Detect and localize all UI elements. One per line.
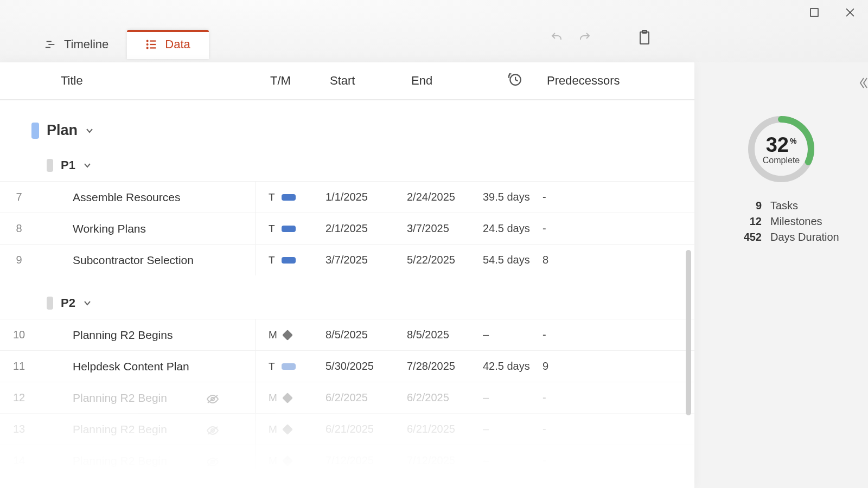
row-title[interactable]: Working Plans bbox=[38, 222, 255, 235]
row-tm[interactable]: M bbox=[255, 319, 326, 350]
column-duration-icon[interactable] bbox=[503, 72, 522, 89]
group-p2[interactable]: P2 bbox=[0, 291, 694, 314]
data-grid-panel: Title T/M Start End Predecessors Plan P1… bbox=[0, 62, 694, 488]
row-end[interactable]: 5/22/2025 bbox=[407, 254, 483, 266]
row-tm[interactable]: T bbox=[255, 245, 326, 275]
tab-data[interactable]: Data bbox=[127, 30, 208, 59]
tab-data-label: Data bbox=[165, 37, 190, 52]
row-tm[interactable]: T bbox=[255, 351, 326, 382]
scrollbar-thumb[interactable] bbox=[686, 250, 691, 415]
row-title[interactable]: Planning R2 Begin bbox=[38, 391, 255, 404]
row-duration[interactable]: – bbox=[483, 454, 542, 467]
table-row[interactable]: 12 Planning R2 Begin M 6/2/2025 6/2/2025… bbox=[0, 382, 694, 413]
table-row[interactable]: 10 Planning R2 Begins M 8/5/2025 8/5/202… bbox=[0, 319, 694, 350]
undo-button[interactable] bbox=[547, 28, 566, 47]
row-start[interactable]: 6/2/2025 bbox=[326, 391, 407, 404]
milestone-icon bbox=[282, 393, 293, 403]
row-start[interactable]: 3/7/2025 bbox=[326, 254, 407, 266]
row-predecessors[interactable]: - bbox=[542, 191, 640, 203]
column-title[interactable]: Title bbox=[38, 74, 255, 88]
group-plan-label: Plan bbox=[47, 122, 78, 139]
column-end[interactable]: End bbox=[407, 74, 483, 88]
row-end[interactable]: 3/7/2025 bbox=[407, 222, 483, 235]
row-start[interactable]: 6/21/2025 bbox=[326, 423, 407, 435]
row-number: 10 bbox=[0, 329, 38, 341]
hidden-icon bbox=[206, 457, 219, 466]
row-predecessors[interactable]: - bbox=[542, 454, 640, 467]
chevron-down-icon bbox=[83, 299, 92, 307]
group-color-chip bbox=[47, 297, 53, 310]
row-duration[interactable]: 54.5 days bbox=[483, 254, 542, 266]
group-color-chip bbox=[31, 123, 39, 139]
row-title[interactable]: Planning R2 Begin bbox=[38, 423, 255, 436]
row-start[interactable]: 8/5/2025 bbox=[326, 329, 407, 341]
summary-sidebar: 32% Complete 9 Tasks 12 Milestones 452 D… bbox=[711, 114, 852, 243]
column-start[interactable]: Start bbox=[326, 74, 407, 88]
row-predecessors[interactable]: - bbox=[542, 391, 640, 404]
row-end[interactable]: 6/21/2025 bbox=[407, 423, 483, 435]
row-predecessors[interactable]: 9 bbox=[542, 360, 640, 373]
table-row[interactable]: 14 Planning R2 Begin M 7/12/2025 7/12/20… bbox=[0, 445, 694, 476]
timeline-icon bbox=[44, 38, 56, 50]
view-tabs: Timeline Data bbox=[26, 30, 209, 59]
table-row[interactable]: 9 Subcontractor Selection T 3/7/2025 5/2… bbox=[0, 244, 694, 275]
column-predecessors[interactable]: Predecessors bbox=[542, 74, 640, 88]
row-duration[interactable]: 42.5 days bbox=[483, 360, 542, 373]
table-row[interactable]: 11 Helpdesk Content Plan T 5/30/2025 7/2… bbox=[0, 350, 694, 382]
row-title[interactable]: Subcontractor Selection bbox=[38, 254, 255, 267]
table-row[interactable]: 7 Assemble Resources T 1/1/2025 2/24/202… bbox=[0, 181, 694, 213]
row-start[interactable]: 1/1/2025 bbox=[326, 191, 407, 203]
chevron-down-icon bbox=[85, 126, 94, 135]
close-button[interactable] bbox=[843, 5, 857, 20]
row-end[interactable]: 7/12/2025 bbox=[407, 454, 483, 467]
row-predecessors[interactable]: - bbox=[542, 329, 640, 341]
row-title[interactable]: Helpdesk Content Plan bbox=[38, 360, 255, 373]
row-end[interactable]: 8/5/2025 bbox=[407, 329, 483, 341]
row-duration[interactable]: – bbox=[483, 391, 542, 404]
clipboard-button[interactable] bbox=[635, 28, 654, 47]
row-title[interactable]: Planning R2 Begins bbox=[38, 329, 255, 342]
table-row[interactable]: 13 Planning R2 Begin M 6/21/2025 6/21/20… bbox=[0, 413, 694, 445]
row-tm[interactable]: M bbox=[255, 382, 326, 413]
row-predecessors[interactable]: - bbox=[542, 222, 640, 235]
column-header-row: Title T/M Start End Predecessors bbox=[0, 62, 694, 100]
history-toolbar bbox=[547, 28, 654, 47]
row-predecessors[interactable]: - bbox=[542, 423, 640, 435]
row-start[interactable]: 7/12/2025 bbox=[326, 454, 407, 467]
progress-percent: 32% bbox=[766, 133, 797, 157]
row-end[interactable]: 7/28/2025 bbox=[407, 360, 483, 373]
milestone-icon bbox=[282, 455, 293, 466]
row-title[interactable]: Assemble Resources bbox=[38, 191, 255, 204]
svg-rect-12 bbox=[640, 32, 649, 44]
progress-ring: 32% Complete bbox=[746, 114, 816, 184]
tab-timeline[interactable]: Timeline bbox=[26, 30, 127, 59]
row-number: 14 bbox=[0, 454, 38, 467]
column-tm[interactable]: T/M bbox=[255, 74, 326, 88]
row-predecessors[interactable]: 8 bbox=[542, 254, 640, 266]
milestone-icon bbox=[282, 424, 293, 435]
task-bar-icon bbox=[282, 363, 296, 370]
row-tm[interactable]: T bbox=[255, 213, 326, 244]
maximize-button[interactable] bbox=[807, 5, 821, 20]
panel-collapse-handle[interactable] bbox=[858, 76, 868, 90]
row-tm[interactable]: M bbox=[255, 445, 326, 476]
row-start[interactable]: 5/30/2025 bbox=[326, 360, 407, 373]
row-duration[interactable]: – bbox=[483, 423, 542, 435]
row-tm[interactable]: T bbox=[255, 182, 326, 213]
row-number: 9 bbox=[0, 254, 38, 266]
row-duration[interactable]: – bbox=[483, 329, 542, 341]
group-p1[interactable]: P1 bbox=[0, 153, 694, 177]
redo-button[interactable] bbox=[576, 28, 594, 47]
row-end[interactable]: 6/2/2025 bbox=[407, 391, 483, 404]
row-duration[interactable]: 39.5 days bbox=[483, 191, 542, 203]
table-row[interactable]: 8 Working Plans T 2/1/2025 3/7/2025 24.5… bbox=[0, 213, 694, 244]
progress-label: Complete bbox=[763, 156, 800, 165]
group-plan[interactable]: Plan bbox=[0, 117, 694, 143]
row-duration[interactable]: 24.5 days bbox=[483, 222, 542, 235]
row-start[interactable]: 2/1/2025 bbox=[326, 222, 407, 235]
window-controls bbox=[807, 5, 857, 20]
row-tm[interactable]: M bbox=[255, 414, 326, 445]
row-title[interactable]: Planning R2 Begin bbox=[38, 454, 255, 467]
group-color-chip bbox=[47, 159, 53, 172]
row-end[interactable]: 2/24/2025 bbox=[407, 191, 483, 203]
